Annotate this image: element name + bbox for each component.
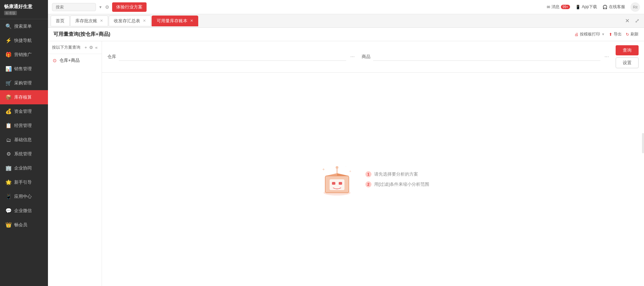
settings-scheme-icon[interactable]: ⚙ [89, 45, 93, 50]
sidebar-label-basic: 基础信息 [14, 137, 32, 143]
basic-icon: 🗂 [5, 137, 11, 143]
tab-2[interactable]: 收发存汇总表✕ [109, 16, 151, 26]
svg-text:·: · [345, 165, 346, 168]
warehouse-filter-field: 仓库 ··· [107, 53, 356, 61]
sidebar-label-purchase: 采购管理 [14, 80, 32, 86]
sidebar-label-shortcut: 快捷导航 [14, 37, 32, 44]
sidebar-label-system: 系统管理 [14, 151, 32, 157]
sidebar-label-operation: 经营管理 [14, 123, 32, 129]
empty-step2: 2 用[过滤]条件来缩小分析范围 [365, 181, 429, 187]
svg-rect-5 [330, 179, 344, 190]
enterprise-icon: 🏢 [5, 165, 11, 171]
scheme-header-actions: + ⚙ « [84, 45, 98, 50]
sidebar-item-marketing[interactable]: 🎁 营销推广 [0, 48, 48, 62]
step1-num: 1 [365, 171, 371, 177]
newbie-icon: 🌟 [5, 179, 11, 185]
add-scheme-icon[interactable]: + [84, 45, 87, 50]
product-label: 商品 [362, 54, 370, 60]
message-icon: ✉ [547, 5, 550, 9]
app-logo: 畅康通好生意 标准版 [0, 0, 48, 19]
print-icon: 🖨 [574, 32, 578, 37]
online-service-item[interactable]: 🎧 在线客服 [602, 4, 625, 10]
sidebar-item-wechat[interactable]: 💬 企业微信 [0, 204, 48, 218]
warehouse-label: 仓库 [107, 54, 116, 60]
product-more-icon[interactable]: ··· [603, 54, 610, 60]
tab-close-2[interactable]: ✕ [143, 19, 146, 23]
close-tab-button[interactable]: ✕ [623, 17, 632, 25]
sidebar-item-operation[interactable]: 📋 经营管理 [0, 119, 48, 133]
scheme-item-label: 仓库+商品 [59, 57, 80, 63]
warehouse-more-icon[interactable]: ··· [349, 54, 356, 60]
message-item[interactable]: ✉ 消息 99+ [547, 4, 570, 10]
sidebar-label-finance: 资金管理 [14, 108, 32, 114]
system-icon: ⚙ [5, 151, 11, 157]
tab-close-3[interactable]: ✕ [190, 19, 193, 23]
tabbar-right: ✕ ⤢ [623, 17, 641, 25]
online-service-label: 在线客服 [609, 4, 625, 10]
tabbar: 首页库存批次账✕收发存汇总表✕可用量库存账本✕ ✕ ⤢ [48, 14, 644, 28]
refresh-button[interactable]: ↻ 刷新 [626, 31, 639, 37]
print-template-button[interactable]: 🖨 按模板打印 ▼ [574, 31, 605, 37]
mobile-icon: 📱 [575, 5, 581, 9]
scheme-item-icon: ⊙ [53, 58, 57, 63]
message-label: 消息 [551, 4, 560, 10]
sidebar-item-appstore[interactable]: 📱 应用中心 [0, 189, 48, 204]
print-chevron-icon[interactable]: ▼ [601, 32, 605, 36]
shortcut-icon: ⚡ [5, 37, 11, 44]
member-icon: 👑 [5, 222, 11, 228]
sidebar-item-inventory[interactable]: 📦 库存核算 [0, 90, 48, 104]
finance-icon: 💰 [5, 108, 11, 114]
product-input[interactable] [373, 53, 600, 61]
scheme-panel: 按以下方案查询 + ⚙ « ⊙ 仓库+商品 [48, 41, 102, 286]
sidebar-label-search: 搜索菜单 [14, 23, 32, 29]
sidebar-item-purchase[interactable]: 🛒 采购管理 [0, 76, 48, 90]
scheme-header-label: 按以下方案查询 [52, 45, 80, 50]
app-download-item[interactable]: 📱 App下载 [575, 4, 597, 10]
svg-marker-3 [337, 173, 349, 176]
sidebar-item-member[interactable]: 👑 畅会员 [0, 218, 48, 232]
sidebar-item-enterprise[interactable]: 🏢 企业协同 [0, 161, 48, 175]
sidebar-item-sales[interactable]: 📊 销售管理 [0, 62, 48, 76]
inventory-icon: 📦 [5, 94, 11, 100]
sidebar-label-appstore: 应用中心 [14, 193, 32, 200]
sidebar-item-newbie[interactable]: 🌟 新手引导 [0, 175, 48, 189]
tab-1[interactable]: 库存批次账✕ [70, 16, 108, 26]
tab-label-0: 首页 [56, 18, 65, 24]
sidebar-item-system[interactable]: ⚙ 系统管理 [0, 147, 48, 161]
maximize-button[interactable]: ⤢ [633, 17, 641, 25]
gear-icon[interactable]: ⚙ [105, 4, 109, 10]
tab-label-2: 收发存汇总表 [114, 18, 140, 24]
export-label: 导出 [614, 31, 622, 37]
sidebar-item-shortcut[interactable]: ⚡ 快捷导航 [0, 33, 48, 48]
export-button[interactable]: ⬆ 导出 [609, 31, 622, 37]
avatar[interactable]: Rit [630, 2, 640, 12]
tab-3[interactable]: 可用量库存账本✕ [152, 16, 198, 26]
scrollbar[interactable] [642, 133, 644, 153]
tab-0[interactable]: 首页 [51, 16, 70, 26]
sales-icon: 📊 [5, 66, 11, 72]
filter-area: 仓库 ··· 商品 ··· 查询 设置 [102, 41, 644, 73]
tab-label-3: 可用量库存账本 [157, 18, 187, 24]
chevron-down-icon[interactable]: ▼ [99, 5, 102, 9]
operation-icon: 📋 [5, 123, 11, 129]
query-button[interactable]: 查询 [616, 45, 639, 55]
svg-rect-7 [339, 182, 342, 185]
sidebar-item-finance[interactable]: 💰 资金管理 [0, 104, 48, 119]
scheme-item-warehouse-product[interactable]: ⊙ 仓库+商品 [48, 54, 102, 67]
empty-text: 1 请先选择要分析的方案 2 用[过滤]条件来缩小分析范围 [365, 171, 429, 187]
collapse-scheme-icon[interactable]: « [95, 45, 98, 50]
headset-icon: 🎧 [602, 5, 608, 9]
warehouse-input[interactable] [119, 53, 346, 61]
tab-close-1[interactable]: ✕ [100, 19, 103, 23]
sidebar-item-search[interactable]: 🔍 搜索菜单 [0, 19, 48, 33]
user-name: Rit [633, 5, 637, 9]
export-icon: ⬆ [609, 32, 612, 37]
app-download-label: App下载 [582, 4, 597, 10]
setting-button[interactable]: 设置 [616, 57, 639, 68]
industry-button[interactable]: 体验行业方案 [112, 2, 147, 12]
empty-illustration: ✦ ✦ · [317, 159, 357, 200]
sidebar-label-sales: 销售管理 [14, 66, 32, 72]
marketing-icon: 🎁 [5, 52, 11, 58]
search-input[interactable] [52, 3, 96, 11]
sidebar-item-basic[interactable]: 🗂 基础信息 [0, 133, 48, 147]
